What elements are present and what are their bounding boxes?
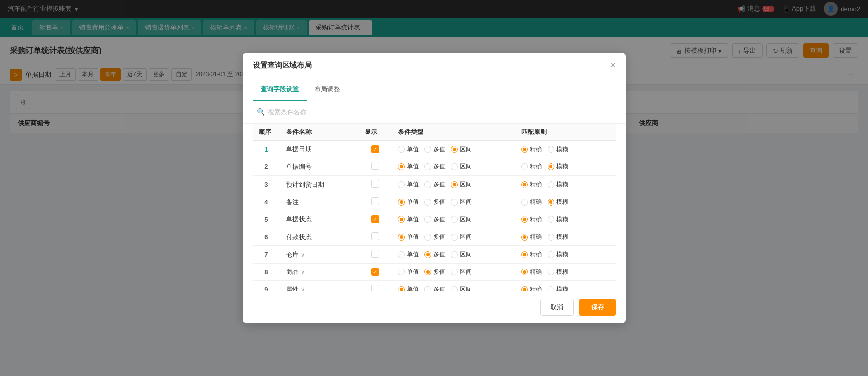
radio-label: 模糊 — [556, 180, 568, 188]
type-option-多值[interactable]: 多值 — [424, 162, 445, 171]
row-match: 精确模糊 — [515, 246, 616, 264]
row-show[interactable]: ✓ — [359, 141, 392, 158]
radio-circle — [424, 181, 431, 188]
match-option-精确[interactable]: 精确 — [521, 285, 542, 291]
match-option-模糊[interactable]: 模糊 — [548, 233, 568, 241]
row-show-checkbox[interactable] — [371, 232, 379, 240]
match-option-精确[interactable]: 精确 — [521, 233, 542, 241]
row-show[interactable] — [359, 158, 392, 176]
cancel-btn[interactable]: 取消 — [540, 299, 574, 316]
type-option-区间[interactable]: 区间 — [451, 285, 472, 291]
modal-body: 顺序 条件名称 显示 条件类型 匹配原则 1单据日期✓单值多值区间精确模糊2单据… — [253, 124, 616, 291]
type-option-单值[interactable]: 单值 — [398, 233, 419, 241]
row-show[interactable]: ✓ — [359, 211, 392, 228]
row-show-checkbox[interactable] — [371, 180, 379, 188]
row-show[interactable] — [359, 193, 392, 211]
type-option-区间[interactable]: 区间 — [451, 162, 472, 171]
type-option-多值[interactable]: 多值 — [424, 233, 445, 241]
radio-label: 精确 — [530, 180, 542, 188]
match-option-精确[interactable]: 精确 — [521, 268, 542, 276]
search-input-wrap: 🔍 — [253, 106, 351, 118]
radio-label: 模糊 — [556, 250, 568, 259]
match-option-精确[interactable]: 精确 — [521, 162, 542, 171]
type-option-单值[interactable]: 单值 — [398, 162, 419, 171]
row-match: 精确模糊 — [515, 228, 616, 246]
radio-label: 精确 — [530, 145, 542, 154]
row-show-checkbox[interactable]: ✓ — [371, 215, 379, 223]
type-option-单值[interactable]: 单值 — [398, 215, 419, 224]
row-name: 付款状态 — [280, 228, 358, 246]
row-show[interactable] — [359, 176, 392, 193]
type-option-多值[interactable]: 多值 — [424, 250, 445, 259]
type-option-单值[interactable]: 单值 — [398, 145, 419, 154]
match-option-模糊[interactable]: 模糊 — [548, 285, 568, 291]
radio-label: 多值 — [433, 145, 445, 154]
match-radio-group: 精确模糊 — [521, 198, 610, 206]
row-show-checkbox[interactable] — [371, 197, 379, 205]
type-option-多值[interactable]: 多值 — [424, 198, 445, 206]
type-option-区间[interactable]: 区间 — [451, 145, 472, 154]
row-type: 单值多值区间 — [392, 246, 515, 264]
match-option-精确[interactable]: 精确 — [521, 250, 542, 259]
row-match: 精确模糊 — [515, 281, 616, 291]
row-show-checkbox[interactable]: ✓ — [371, 145, 379, 153]
type-option-多值[interactable]: 多值 — [424, 180, 445, 188]
radio-circle — [451, 216, 458, 223]
type-option-单值[interactable]: 单值 — [398, 180, 419, 188]
row-show[interactable] — [359, 228, 392, 246]
radio-label: 单值 — [407, 285, 419, 291]
type-radio-group: 单值多值区间 — [398, 198, 509, 206]
match-option-精确[interactable]: 精确 — [521, 145, 542, 154]
match-option-模糊[interactable]: 模糊 — [548, 145, 568, 154]
row-show-checkbox[interactable]: ✓ — [371, 268, 379, 276]
type-option-多值[interactable]: 多值 — [424, 145, 445, 154]
radio-label: 多值 — [433, 268, 445, 276]
type-option-区间[interactable]: 区间 — [451, 215, 472, 224]
type-option-单值[interactable]: 单值 — [398, 250, 419, 259]
radio-circle — [398, 286, 405, 291]
radio-label: 区间 — [460, 180, 472, 188]
search-input[interactable] — [268, 108, 347, 116]
modal-close-btn[interactable]: × — [610, 60, 616, 71]
row-show-checkbox[interactable] — [371, 285, 379, 291]
type-option-区间[interactable]: 区间 — [451, 180, 472, 188]
radio-label: 多值 — [433, 162, 445, 171]
row-show-checkbox[interactable] — [371, 162, 379, 170]
type-option-区间[interactable]: 区间 — [451, 268, 472, 276]
type-option-单值[interactable]: 单值 — [398, 198, 419, 206]
match-option-模糊[interactable]: 模糊 — [548, 215, 568, 224]
row-show[interactable] — [359, 246, 392, 264]
type-option-区间[interactable]: 区间 — [451, 233, 472, 241]
type-option-多值[interactable]: 多值 — [424, 215, 445, 224]
type-option-区间[interactable]: 区间 — [451, 250, 472, 259]
modal-tab-query-fields[interactable]: 查询字段设置 — [253, 79, 307, 101]
radio-circle — [424, 234, 431, 241]
save-btn[interactable]: 保存 — [579, 299, 616, 316]
type-radio-group: 单值多值区间 — [398, 250, 509, 259]
match-option-精确[interactable]: 精确 — [521, 180, 542, 188]
row-show-checkbox[interactable] — [371, 250, 379, 258]
modal-tab-layout[interactable]: 布局调整 — [307, 79, 348, 101]
radio-circle — [548, 216, 554, 223]
match-option-模糊[interactable]: 模糊 — [548, 198, 568, 206]
type-option-区间[interactable]: 区间 — [451, 198, 472, 206]
match-option-模糊[interactable]: 模糊 — [548, 268, 568, 276]
match-option-模糊[interactable]: 模糊 — [548, 250, 568, 259]
match-option-精确[interactable]: 精确 — [521, 198, 542, 206]
row-show[interactable]: ✓ — [359, 264, 392, 281]
radio-circle — [424, 251, 431, 258]
match-radio-group: 精确模糊 — [521, 215, 610, 224]
radio-circle — [398, 234, 405, 241]
radio-label: 单值 — [407, 268, 419, 276]
match-option-模糊[interactable]: 模糊 — [548, 180, 568, 188]
row-order: 3 — [253, 176, 281, 193]
row-show[interactable] — [359, 281, 392, 291]
radio-circle — [521, 216, 528, 223]
match-option-模糊[interactable]: 模糊 — [548, 162, 568, 171]
table-row: 6付款状态单值多值区间精确模糊 — [253, 228, 616, 246]
type-option-多值[interactable]: 多值 — [424, 285, 445, 291]
type-option-单值[interactable]: 单值 — [398, 285, 419, 291]
match-option-精确[interactable]: 精确 — [521, 215, 542, 224]
type-option-多值[interactable]: 多值 — [424, 268, 445, 276]
type-option-单值[interactable]: 单值 — [398, 268, 419, 276]
